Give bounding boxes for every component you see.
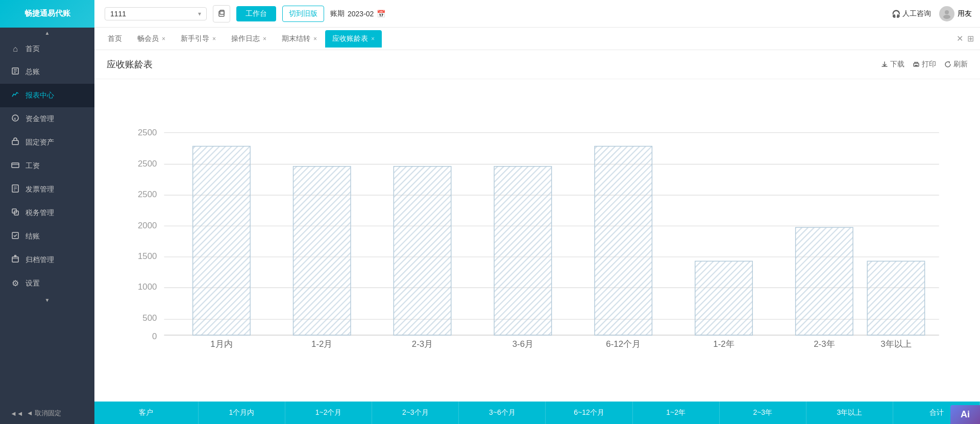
sidebar-label-invoice: 发票管理 [26,185,54,194]
logo-text: 畅捷通易代账 [24,9,70,18]
refresh-label: 刷新 [953,60,968,69]
page-content: 应收账龄表 下载 打印 刷新 [94,50,980,424]
expand-tab-button[interactable]: ⊞ [967,34,974,43]
bar-1-2年 [695,261,752,335]
svg-text:2500: 2500 [138,159,157,169]
th-3-6month: 3~6个月 [459,402,546,424]
th-2-3month: 2~3个月 [372,402,459,424]
svg-rect-24 [915,65,918,66]
tab-guide[interactable]: 新手引导 × [174,30,223,48]
tab-member-close[interactable]: × [162,35,165,42]
bar-3年以上 [867,261,924,335]
sidebar-scroll-up[interactable]: ▲ [0,28,94,38]
bar-1-2月 [293,167,351,335]
svg-text:1-2月: 1-2月 [311,339,332,349]
settings-icon: ⚙ [10,278,20,288]
calendar-icon[interactable]: 📅 [377,10,385,18]
page-header: 应收账龄表 下载 打印 刷新 [94,50,980,79]
svg-text:2-3月: 2-3月 [412,339,433,349]
page-actions: 下载 打印 刷新 [881,60,968,69]
copy-button[interactable] [213,5,230,22]
sidebar-item-checkout[interactable]: 结账 [0,225,94,248]
svg-text:2500: 2500 [138,190,157,199]
sidebar: ▲ ⌂ 首页 总账 报表中心 ¥ 资金管理 固定资产 [0,28,94,424]
tab-home[interactable]: 首页 [101,30,129,48]
sidebar-item-invoice[interactable]: 发票管理 [0,178,94,201]
tabs-bar: 首页 畅会员 × 新手引导 × 操作日志 × 期末结转 × 应收账龄表 × [94,28,980,50]
svg-rect-10 [12,140,18,145]
sidebar-label-salary: 工资 [26,161,40,171]
tab-ar-aging[interactable]: 应收账龄表 × [325,30,382,48]
tab-guide-label: 新手引导 [181,34,209,43]
unpin-icon: ◄◄ [10,410,23,417]
consult-button[interactable]: 🎧 人工咨询 [892,9,931,18]
svg-text:1月内: 1月内 [210,339,232,349]
salary-icon [10,161,20,171]
svg-text:500: 500 [142,313,157,323]
tab-ar-aging-label: 应收账龄表 [332,34,368,43]
report-icon [10,90,20,101]
tab-guide-close[interactable]: × [212,35,216,42]
sidebar-item-archive[interactable]: 归档管理 [0,248,94,272]
bar-2-3月 [394,167,451,335]
chevron-down-icon: ▾ [198,10,201,17]
tab-member[interactable]: 畅会员 × [130,30,173,48]
logo: 畅捷通易代账 [0,0,94,28]
consult-label: 人工咨询 [902,9,931,18]
sidebar-unpin[interactable]: ◄◄ ◄ 取消固定 [0,403,94,424]
tax-icon [10,208,20,218]
tab-ar-aging-close[interactable]: × [371,35,375,42]
svg-rect-11 [12,163,19,168]
page-title: 应收账龄表 [107,58,153,70]
sidebar-scroll-down[interactable]: ▼ [0,295,94,305]
th-3yearplus: 3年以上 [806,402,893,424]
chart-area: 2500 2500 2500 2000 1500 1000 500 0 [94,79,980,402]
company-selector[interactable]: 1111 ▾ [105,7,207,20]
period-value: 2023-02 [348,10,374,18]
sidebar-item-asset[interactable]: 固定资产 [0,131,94,154]
user-area[interactable]: 用友 [939,6,972,21]
svg-point-3 [943,15,950,19]
tab-period-end-close[interactable]: × [313,35,317,42]
svg-text:1-2年: 1-2年 [713,339,734,349]
sidebar-item-salary[interactable]: 工资 [0,154,94,178]
checkout-icon [10,231,20,242]
unpin-label: ◄ 取消固定 [27,409,61,418]
sidebar-item-fund[interactable]: ¥ 资金管理 [0,107,94,131]
th-6-12month: 6~12个月 [546,402,632,424]
ai-label: Ai [961,409,970,419]
tab-period-end-label: 期末结转 [282,34,310,43]
ai-badge[interactable]: Ai [950,405,980,424]
sidebar-label-asset: 固定资产 [26,138,54,147]
svg-text:6-12个月: 6-12个月 [606,339,641,349]
print-button[interactable]: 打印 [913,60,936,69]
close-all-tabs-button[interactable]: ✕ [957,34,963,43]
switch-version-button[interactable]: 切到旧版 [282,6,324,22]
tab-oplog[interactable]: 操作日志 × [224,30,274,48]
fund-icon: ¥ [10,114,20,124]
sidebar-item-tax[interactable]: 税务管理 [0,201,94,225]
tab-oplog-close[interactable]: × [263,35,266,42]
download-button[interactable]: 下载 [881,60,904,69]
sidebar-item-ledger[interactable]: 总账 [0,60,94,84]
tab-period-end[interactable]: 期末结转 × [275,30,324,48]
svg-text:3年以上: 3年以上 [880,339,911,349]
th-1month: 1个月内 [199,402,285,424]
sidebar-item-home[interactable]: ⌂ 首页 [0,38,94,60]
content-area: 首页 畅会员 × 新手引导 × 操作日志 × 期末结转 × 应收账龄表 × [94,28,980,424]
print-label: 打印 [922,60,936,69]
svg-text:¥: ¥ [13,116,16,121]
th-1-2month: 1~2个月 [285,402,372,424]
bar-6-12个月 [595,146,652,335]
tabs-right: ✕ ⊞ [957,34,974,43]
refresh-button[interactable]: 刷新 [944,60,968,69]
svg-text:0: 0 [152,332,157,342]
svg-text:2-3年: 2-3年 [814,339,835,349]
workbench-button[interactable]: 工作台 [236,6,276,21]
period-label: 账期 [330,9,345,18]
sidebar-item-report[interactable]: 报表中心 [0,84,94,107]
svg-rect-1 [220,10,224,14]
sidebar-item-settings[interactable]: ⚙ 设置 [0,272,94,295]
main-layout: ▲ ⌂ 首页 总账 报表中心 ¥ 资金管理 固定资产 [0,28,980,424]
headset-icon: 🎧 [892,10,900,18]
